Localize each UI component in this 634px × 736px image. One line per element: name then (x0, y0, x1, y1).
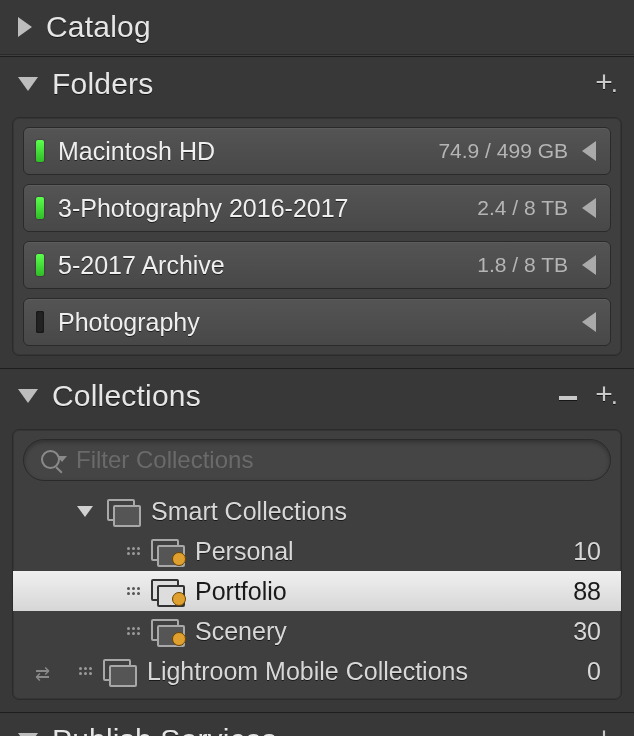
smart-collection-item[interactable]: Personal10 (13, 531, 621, 571)
folders-section: Folders +. Macintosh HD74.9 / 499 GB3-Ph… (0, 56, 634, 356)
volume-name: 3-Photography 2016-2017 (58, 194, 477, 223)
disclosure-left-icon (582, 198, 596, 218)
folders-title: Folders (52, 67, 153, 101)
smart-collection-icon (151, 619, 183, 643)
volume-status-led (36, 197, 44, 219)
collections-body: Smart Collections Personal10Portfolio88S… (12, 429, 622, 700)
drag-handle-icon (127, 627, 141, 635)
drag-handle-icon (127, 547, 141, 555)
library-left-panel: Catalog Folders +. Macintosh HD74.9 / 49… (0, 0, 634, 736)
volume-size: 2.4 / 8 TB (477, 196, 568, 220)
chevron-down-icon (57, 456, 67, 462)
volume-row[interactable]: Macintosh HD74.9 / 499 GB (23, 127, 611, 175)
expand-icon (18, 17, 32, 37)
folders-header[interactable]: Folders +. (0, 57, 634, 111)
remove-collection-button[interactable] (559, 396, 577, 400)
volume-size: 1.8 / 8 TB (477, 253, 568, 277)
sync-icon: ⇄ (35, 663, 50, 685)
volume-row[interactable]: Photography (23, 298, 611, 346)
publish-title: Publish Services (52, 723, 277, 736)
add-folder-button[interactable]: +. (595, 65, 616, 99)
collection-set-icon (103, 659, 135, 683)
add-collection-button[interactable]: +. (595, 377, 616, 411)
filter-collections-input[interactable] (23, 439, 611, 481)
collection-count: 30 (573, 617, 601, 646)
collapse-icon (77, 506, 93, 517)
smart-collections-label: Smart Collections (151, 497, 621, 526)
mobile-collections-label: Lightroom Mobile Collections (147, 657, 587, 686)
filter-wrap (13, 430, 621, 485)
collection-label: Scenery (195, 617, 573, 646)
volume-status-led (36, 254, 44, 276)
collections-tree: Smart Collections Personal10Portfolio88S… (13, 485, 621, 699)
smart-collection-icon (151, 539, 183, 563)
volumes-list: Macintosh HD74.9 / 499 GB3-Photography 2… (12, 117, 622, 356)
collection-count: 10 (573, 537, 601, 566)
smart-collection-item[interactable]: Scenery30 (13, 611, 621, 651)
disclosure-left-icon (582, 312, 596, 332)
drag-handle-icon (79, 667, 93, 675)
collection-count: 88 (573, 577, 601, 606)
collections-header[interactable]: Collections +. (0, 369, 634, 423)
volume-status-led (36, 140, 44, 162)
volume-name: Macintosh HD (58, 137, 438, 166)
volume-row[interactable]: 3-Photography 2016-20172.4 / 8 TB (23, 184, 611, 232)
catalog-title: Catalog (46, 10, 151, 44)
smart-collection-icon (151, 579, 183, 603)
volume-row[interactable]: 5-2017 Archive1.8 / 8 TB (23, 241, 611, 289)
collection-set-icon (107, 499, 139, 523)
disclosure-left-icon (582, 141, 596, 161)
disclosure-left-icon (582, 255, 596, 275)
volume-name: 5-2017 Archive (58, 251, 477, 280)
smart-collection-item[interactable]: Portfolio88 (13, 571, 621, 611)
catalog-section: Catalog (0, 0, 634, 54)
volume-size: 74.9 / 499 GB (438, 139, 568, 163)
collection-label: Personal (195, 537, 573, 566)
collection-label: Portfolio (195, 577, 573, 606)
publish-header[interactable]: Publish Services +. (0, 713, 634, 736)
collections-section: Collections +. Smart Collections (0, 368, 634, 700)
smart-collections-group[interactable]: Smart Collections (13, 491, 621, 531)
publish-services-section: Publish Services +. (0, 712, 634, 736)
collapse-icon (18, 77, 38, 91)
lightroom-mobile-collections[interactable]: ⇄ Lightroom Mobile Collections 0 (13, 651, 621, 691)
drag-handle-icon (127, 587, 141, 595)
catalog-header[interactable]: Catalog (0, 0, 634, 54)
add-publish-service-button[interactable]: +. (595, 721, 616, 736)
collections-title: Collections (52, 379, 201, 413)
mobile-collections-count: 0 (587, 657, 601, 686)
volume-name: Photography (58, 308, 582, 337)
volume-status-led (36, 311, 44, 333)
collapse-icon (18, 389, 38, 403)
